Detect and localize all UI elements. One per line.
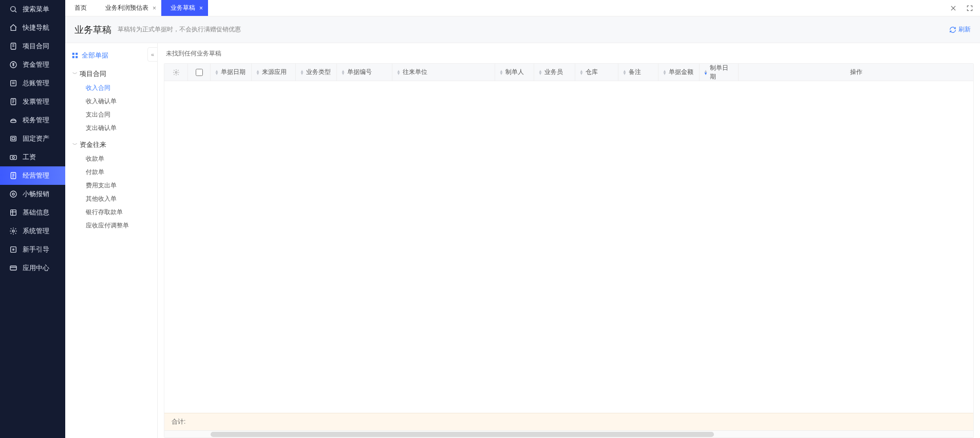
grid-icon (71, 52, 79, 59)
sidebar-item-invoice[interactable]: 发票管理 (0, 92, 65, 111)
sidebar-item-reimb[interactable]: 小畅报销 (0, 185, 65, 203)
column-header-maker[interactable]: 制单人 (495, 64, 534, 81)
sort-icon (579, 70, 583, 75)
svg-point-25 (13, 249, 14, 251)
sidebar-item-tax[interactable]: 税务管理 (0, 111, 65, 129)
svg-rect-30 (76, 53, 78, 55)
sidebar-item-label: 经营管理 (23, 171, 49, 180)
total-label: 合计: (172, 417, 185, 426)
chevron-left-icon: « (151, 51, 154, 58)
sidebar-item-label: 系统管理 (23, 226, 49, 236)
svg-point-14 (12, 157, 14, 159)
tab-business-draft[interactable]: 业务草稿 × (161, 0, 208, 16)
svg-line-1 (15, 11, 16, 12)
sidebar-item-label: 工资 (23, 153, 36, 162)
sidebar-item-salary[interactable]: 工资 (0, 148, 65, 166)
page-title: 业务草稿 (74, 24, 111, 36)
page-header: 业务草稿 草稿转为正式单据时，不会执行满赠促销优惠 刷新 (65, 16, 980, 43)
svg-point-0 (11, 7, 15, 11)
close-icon[interactable]: × (199, 5, 203, 12)
fullscreen-button[interactable] (963, 1, 977, 15)
svg-point-23 (12, 230, 14, 232)
close-icon[interactable]: × (153, 5, 156, 12)
refresh-button[interactable]: 刷新 (949, 25, 971, 34)
scrollbar-thumb[interactable] (211, 432, 714, 437)
column-header-unit[interactable]: 往来单位 (392, 64, 495, 81)
table-header: 单据日期 来源应用 业务类型 单据编号 往来单位 制单人 业务员 仓库 备注 单… (164, 64, 973, 81)
sort-icon (215, 70, 219, 75)
category-item-expense-confirm[interactable]: 支出确认单 (65, 121, 157, 135)
sidebar-item-label: 项目合同 (23, 42, 49, 51)
data-table: 单据日期 来源应用 业务类型 单据编号 往来单位 制单人 业务员 仓库 备注 单… (164, 63, 974, 438)
sidebar-item-ledger[interactable]: 总账管理 (0, 74, 65, 92)
sidebar-item-label: 资金管理 (23, 60, 49, 69)
category-item-expense-sheet[interactable]: 费用支出单 (65, 179, 157, 192)
tab-home[interactable]: 首页 (65, 0, 96, 16)
column-header-amount[interactable]: 单据金额 (658, 64, 700, 81)
sidebar-item-label: 发票管理 (23, 97, 49, 106)
svg-point-10 (11, 121, 16, 123)
category-group-fund[interactable]: ﹀ 资金往来 (65, 138, 157, 152)
column-header-sales[interactable]: 业务员 (534, 64, 575, 81)
sidebar-item-label: 快捷导航 (23, 23, 49, 32)
sidebar-item-fund[interactable]: 资金管理 (0, 55, 65, 74)
column-header-warehouse[interactable]: 仓库 (575, 64, 618, 81)
category-item-ar-ap-adjust[interactable]: 应收应付调整单 (65, 219, 157, 232)
category-panel: 全部单据 « ﹀ 项目合同 收入合同 收入确认单 支出合同 支出确认单 (65, 43, 158, 438)
sidebar-item-biz[interactable]: 经营管理 (0, 166, 65, 185)
gear-icon (173, 69, 180, 76)
sidebar-item-guide[interactable]: 新手引导 (0, 240, 65, 259)
sidebar-item-base[interactable]: 基础信息 (0, 203, 65, 222)
all-documents-link[interactable]: 全部单据 (65, 47, 157, 64)
svg-rect-24 (11, 247, 16, 253)
sidebar-item-project[interactable]: 项目合同 (0, 37, 65, 55)
sidebar-item-label: 固定资产 (23, 134, 49, 143)
svg-rect-32 (76, 56, 78, 58)
sidebar-item-system[interactable]: 系统管理 (0, 222, 65, 240)
sidebar-item-quicknav[interactable]: 快捷导航 (0, 18, 65, 37)
main-sidebar: 搜索菜单 快捷导航 项目合同 资金管理 总账管理 发票管理 税务管理 固定资产 (0, 0, 65, 438)
collapse-panel-button[interactable]: « (147, 47, 158, 62)
column-header-number[interactable]: 单据编号 (337, 64, 392, 81)
sort-icon (397, 70, 401, 75)
column-header-date[interactable]: 单据日期 (211, 64, 252, 81)
column-header-source[interactable]: 来源应用 (252, 64, 296, 81)
column-header-makedate[interactable]: 制单日期 (700, 64, 739, 81)
table-footer-total: 合计: (164, 413, 973, 430)
category-group-project[interactable]: ﹀ 项目合同 (65, 67, 157, 81)
category-group-label: 项目合同 (80, 69, 106, 79)
close-all-button[interactable] (946, 1, 960, 15)
column-header-note[interactable]: 备注 (618, 64, 658, 81)
category-item-other-income[interactable]: 其他收入单 (65, 192, 157, 205)
sidebar-item-label: 税务管理 (23, 116, 49, 125)
category-item-expense-contract[interactable]: 支出合同 (65, 108, 157, 121)
svg-rect-13 (10, 156, 16, 160)
category-group-label: 资金往来 (80, 140, 106, 149)
svg-point-19 (10, 191, 16, 197)
category-item-receipt[interactable]: 收款单 (65, 152, 157, 165)
category-item-payment[interactable]: 付款单 (65, 165, 157, 179)
horizontal-scrollbar[interactable] (164, 430, 973, 437)
sort-icon (623, 70, 627, 75)
tabs-bar: 首页 业务利润预估表 × 业务草稿 × (65, 0, 980, 16)
category-item-income-confirm[interactable]: 收入确认单 (65, 94, 157, 108)
svg-point-33 (175, 71, 177, 73)
category-item-income-contract[interactable]: 收入合同 (65, 81, 157, 94)
sidebar-item-label: 新手引导 (23, 245, 49, 254)
sidebar-item-label: 基础信息 (23, 208, 49, 217)
sidebar-item-search[interactable]: 搜索菜单 (0, 0, 65, 18)
sort-icon (341, 70, 345, 75)
tab-profit-estimate[interactable]: 业务利润预估表 × (96, 0, 161, 16)
sidebar-item-asset[interactable]: 固定资产 (0, 129, 65, 148)
category-item-bank-transfer[interactable]: 银行存取款单 (65, 205, 157, 219)
column-header-type[interactable]: 业务类型 (296, 64, 337, 81)
sidebar-item-appcenter[interactable]: 应用中心 (0, 259, 65, 277)
column-settings-button[interactable] (164, 64, 188, 81)
sidebar-item-label: 小畅报销 (23, 189, 49, 199)
svg-rect-12 (12, 138, 14, 140)
page-subtitle: 草稿转为正式单据时，不会执行满赠促销优惠 (118, 25, 241, 34)
column-checkbox[interactable] (188, 64, 211, 81)
sort-icon (256, 70, 260, 75)
select-all-checkbox[interactable] (196, 69, 203, 76)
caret-down-icon: ﹀ (72, 70, 78, 78)
